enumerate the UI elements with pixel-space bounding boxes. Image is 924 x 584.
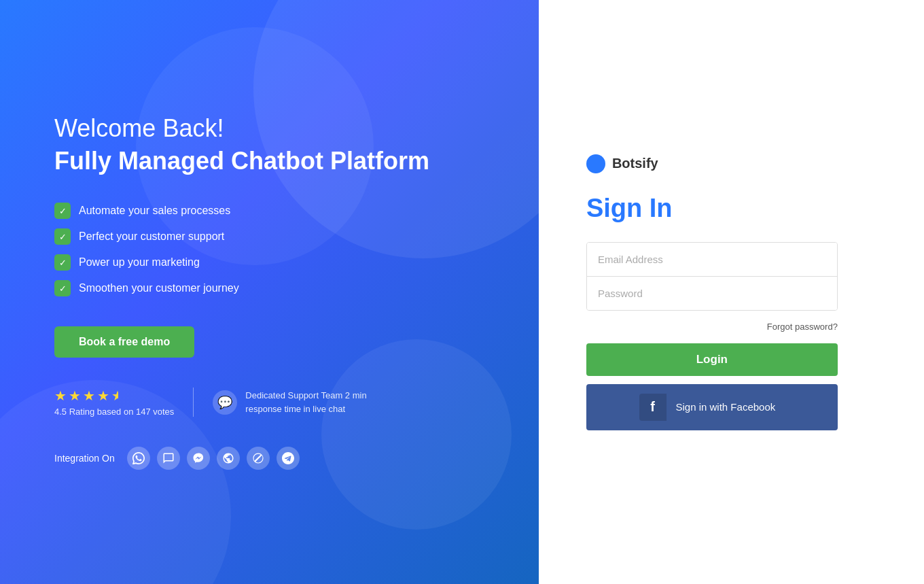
feature-item-1: ✓ Automate your sales processes: [54, 203, 484, 219]
logo-row: Botsify: [586, 154, 658, 173]
rating-block: ★ ★ ★ ★ ★ 4.5 Rating based on 147 votes: [54, 388, 194, 417]
facebook-icon: f: [639, 394, 667, 421]
platform-text: Fully Managed Chatbot Platform: [54, 147, 484, 175]
form-container: Forgot password? Login f Sign in with Fa…: [586, 242, 838, 430]
facebook-button-label: Sign in with Facebook: [676, 401, 776, 413]
left-panel: Welcome Back! Fully Managed Chatbot Plat…: [0, 0, 539, 584]
login-button[interactable]: Login: [586, 343, 838, 376]
social-proof: ★ ★ ★ ★ ★ 4.5 Rating based on 147 votes …: [54, 388, 484, 417]
welcome-text: Welcome Back!: [54, 114, 484, 143]
forgot-link-row: Forgot password?: [586, 320, 838, 332]
chat-integration-icon: [157, 447, 180, 470]
globe-icon: [217, 447, 240, 470]
messenger-icon: [187, 447, 210, 470]
features-list: ✓ Automate your sales processes ✓ Perfec…: [54, 203, 484, 296]
rating-text: 4.5 Rating based on 147 votes: [54, 407, 174, 417]
feature-item-3: ✓ Power up your marketing: [54, 254, 484, 271]
right-panel: Botsify Sign In Forgot password? Login f…: [539, 0, 924, 584]
facebook-signin-button[interactable]: f Sign in with Facebook: [586, 384, 838, 430]
star-half: ★: [111, 388, 118, 404]
logo-dot: [586, 154, 605, 173]
support-text: Dedicated Support Team 2 min response ti…: [245, 389, 366, 415]
email-input[interactable]: [587, 243, 837, 277]
credentials-input-group: [586, 242, 838, 311]
demo-button[interactable]: Book a free demo: [54, 326, 194, 358]
check-icon-3: ✓: [54, 254, 71, 271]
star-1: ★: [54, 388, 67, 404]
integration-icons: [127, 447, 300, 470]
whatsapp-icon: [127, 447, 150, 470]
check-icon-4: ✓: [54, 280, 71, 296]
chat-icon: 💬: [213, 390, 237, 415]
star-4: ★: [97, 388, 109, 404]
forgot-password-link[interactable]: Forgot password?: [767, 322, 838, 332]
integration-section: Integration On: [54, 447, 484, 470]
integration-label: Integration On: [54, 453, 115, 464]
feature-item-4: ✓ Smoothen your customer journey: [54, 280, 484, 296]
support-block: 💬 Dedicated Support Team 2 min response …: [213, 389, 366, 415]
star-2: ★: [69, 388, 81, 404]
signin-title: Sign In: [586, 194, 673, 223]
check-icon-2: ✓: [54, 228, 71, 245]
star-3: ★: [83, 388, 95, 404]
check-icon-1: ✓: [54, 203, 71, 219]
feature-item-2: ✓ Perfect your customer support: [54, 228, 484, 245]
password-input[interactable]: [587, 277, 837, 310]
telegram-icon: [277, 447, 300, 470]
wordpress-icon: [247, 447, 270, 470]
stars: ★ ★ ★ ★ ★: [54, 388, 174, 404]
logo-name: Botsify: [612, 156, 658, 171]
